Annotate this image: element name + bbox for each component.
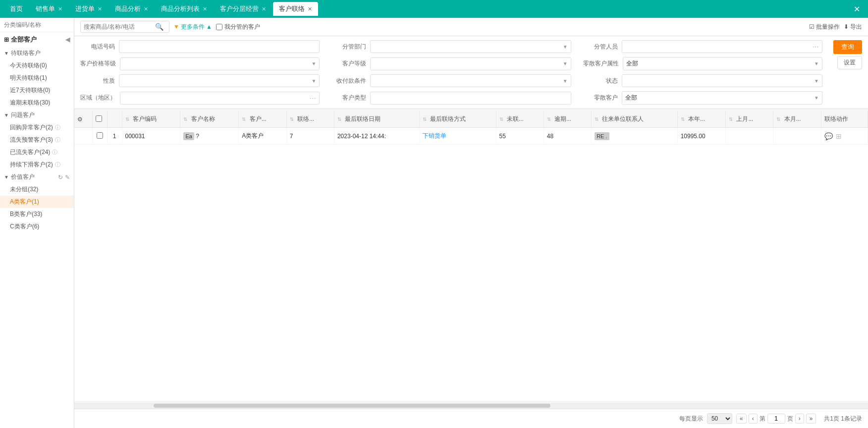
region-input[interactable]: ··· — [120, 92, 320, 105]
person-input[interactable]: ··· — [622, 40, 822, 53]
problem-group[interactable]: ▼ 问题客户 — [0, 109, 74, 121]
sidebar-search-input[interactable] — [4, 21, 74, 28]
today-pending-item[interactable]: 今天待联络(0) — [0, 59, 74, 72]
action-col-header: 联络动作 — [821, 111, 868, 128]
purchase-tab[interactable]: 进货单 ✕ — [69, 2, 108, 16]
all-customers-header[interactable]: ⊞ 全部客户 ◀ — [0, 32, 74, 47]
data-table-area: ⚙ ⇅ 客户编码 ⇅ 客户名称 — [74, 111, 868, 401]
pending-group[interactable]: ▼ 待联络客户 — [0, 47, 74, 59]
message-icon[interactable]: 💬 — [824, 132, 833, 140]
person-label: 分管人员 — [583, 43, 618, 51]
search-input[interactable] — [84, 23, 153, 30]
customer-type-input[interactable] — [370, 92, 571, 105]
churn-warning-item[interactable]: 流失预警客户(3) ⓘ — [0, 134, 74, 146]
nature-input[interactable]: ▼ — [119, 74, 320, 87]
payment-chevron-icon: ▼ — [563, 78, 568, 84]
last-month-col-header[interactable]: ⇅ 上月... — [726, 111, 773, 128]
retail-attr-input[interactable]: 全部 ▼ — [623, 57, 822, 70]
b-class-item[interactable]: B类客户(33) — [0, 208, 74, 220]
row-checkbox[interactable] — [97, 132, 103, 139]
sidebar-search-bar[interactable]: 🔍 — [0, 18, 74, 32]
pagination: 每页显示 50 100 200 « ‹ 第 页 › » 共1页 1条记录 — [74, 409, 868, 428]
purchase-tab-close[interactable]: ✕ — [98, 6, 102, 12]
settings-col-header[interactable]: ⚙ — [74, 111, 92, 128]
this-month-col-header[interactable]: ⇅ 本月... — [773, 111, 821, 128]
window-close-button[interactable]: ✕ — [850, 4, 864, 14]
last-page-btn[interactable]: » — [806, 414, 816, 424]
product-list-tab[interactable]: 商品分析列表 ✕ — [155, 2, 213, 16]
churned-item[interactable]: 已流失客户(24) ⓘ — [0, 146, 74, 159]
edit-icon[interactable]: ✎ — [65, 174, 70, 181]
customer-level-input[interactable]: ▼ — [370, 57, 571, 70]
customer-contact-tab-close[interactable]: ✕ — [308, 6, 312, 12]
level-col-header[interactable]: ⇅ 客户... — [239, 111, 286, 128]
last-date-col-header[interactable]: ⇅ 最后联络日期 — [334, 111, 419, 128]
product-list-tab-close[interactable]: ✕ — [203, 6, 207, 12]
page-number-input[interactable] — [767, 414, 785, 424]
product-analysis-tab-close[interactable]: ✕ — [144, 6, 148, 12]
last-method-col-header[interactable]: ⇅ 最后联络方式 — [419, 111, 496, 128]
search-icon[interactable]: 🔍 — [155, 23, 163, 31]
prev-page-btn[interactable]: ‹ — [749, 414, 758, 424]
tomorrow-pending-item[interactable]: 明天待联络(1) — [0, 72, 74, 84]
sidebar-collapse-icon[interactable]: ◀ — [65, 36, 70, 43]
contact2-col-header[interactable]: ⇅ 往来单位联系人 — [592, 111, 678, 128]
sales-tab[interactable]: 销售单 ✕ — [30, 2, 68, 16]
a-class-item[interactable]: A类客户(1) — [0, 196, 74, 208]
horizontal-scrollbar[interactable] — [74, 403, 868, 409]
row-settings — [74, 128, 92, 145]
last-method-cell[interactable]: 下销货单 — [419, 128, 496, 145]
row-checkbox-cell[interactable] — [92, 128, 107, 145]
overdue-col-header[interactable]: ⇅ 逾期... — [543, 111, 591, 128]
price-level-input[interactable]: ▼ — [120, 57, 320, 70]
c-class-item[interactable]: C类客户(6) — [0, 220, 74, 233]
qr-icon[interactable]: ⊞ — [836, 132, 842, 140]
my-customers-checkbox[interactable]: 我分管的客户 — [216, 23, 260, 31]
first-page-btn[interactable]: « — [736, 414, 747, 424]
refresh-icon[interactable]: ↻ — [58, 174, 63, 181]
phone-input[interactable] — [119, 40, 320, 53]
week-pending-item[interactable]: 近7天待联络(0) — [0, 84, 74, 97]
export-button[interactable]: ⬇ 导出 — [844, 23, 862, 31]
value-group: ▼ 价值客户 ↻ ✎ — [0, 171, 74, 183]
batch-op-button[interactable]: ☑ 批量操作 — [809, 23, 840, 31]
filter-row-4: 区域（地区） ··· 客户类型 — [80, 91, 822, 105]
more-filter-btn[interactable]: ▼ 更多条件 ▲ — [173, 23, 212, 31]
overdue-item[interactable]: 逾期未联络(30) — [0, 97, 74, 109]
search-box[interactable]: 🔍 — [80, 21, 169, 33]
declining-item[interactable]: 持续下滑客户(2) ⓘ — [0, 159, 74, 171]
dept-chevron-icon: ▼ — [563, 44, 568, 50]
home-tab[interactable]: 首页 — [4, 4, 29, 13]
last-method-link[interactable]: 下销货单 — [423, 132, 446, 139]
settings-button[interactable]: 设置 — [837, 56, 862, 69]
select-all-checkbox[interactable] — [96, 115, 102, 122]
unclassified-item[interactable]: 未分组(32) — [0, 183, 74, 196]
retail-input[interactable]: 全部 ▼ — [622, 91, 822, 105]
payment-input[interactable]: ▼ — [370, 74, 571, 87]
page-size-select[interactable]: 50 100 200 — [707, 413, 732, 424]
declining-info-icon: ⓘ — [55, 161, 60, 168]
uncontacted-col-header[interactable]: ⇅ 未联... — [496, 111, 543, 128]
sales-tab-close[interactable]: ✕ — [58, 6, 62, 12]
my-customers-check[interactable] — [216, 24, 222, 30]
this-year-col-header[interactable]: ⇅ 本年... — [677, 111, 725, 128]
dept-input[interactable]: ▼ — [370, 40, 571, 53]
level-sort-icon: ⇅ — [242, 116, 246, 122]
product-analysis-tab[interactable]: 商品分析 ✕ — [109, 2, 154, 16]
checkbox-col-header[interactable] — [92, 111, 107, 128]
status-input[interactable]: ▼ — [622, 74, 822, 87]
code-col-header[interactable]: ⇅ 客户编码 — [122, 111, 180, 128]
query-button[interactable]: 查询 — [833, 40, 862, 54]
customer-segment-tab-close[interactable]: ✕ — [262, 6, 266, 12]
customer-contact-tab[interactable]: 客户联络 ✕ — [273, 2, 318, 16]
contact-col-header[interactable]: ⇅ 联络... — [286, 111, 334, 128]
nature-label: 性质 — [80, 77, 115, 85]
customer-segment-tab[interactable]: 客户分层经营 ✕ — [214, 2, 272, 16]
filter-actions: ☑ 批量操作 ⬇ 导出 — [809, 23, 862, 31]
repurchase-abnormal-item[interactable]: 回购异常客户(2) ⓘ — [0, 121, 74, 134]
name-col-header[interactable]: ⇅ 客户名称 — [180, 111, 239, 128]
retail-attr-chevron-icon: ▼ — [814, 61, 819, 66]
scroll-thumb[interactable] — [154, 404, 550, 408]
next-page-btn[interactable]: › — [795, 414, 804, 424]
top-navigation: 首页 销售单 ✕ 进货单 ✕ 商品分析 ✕ 商品分析列表 ✕ 客户分层经营 ✕ … — [0, 0, 868, 18]
